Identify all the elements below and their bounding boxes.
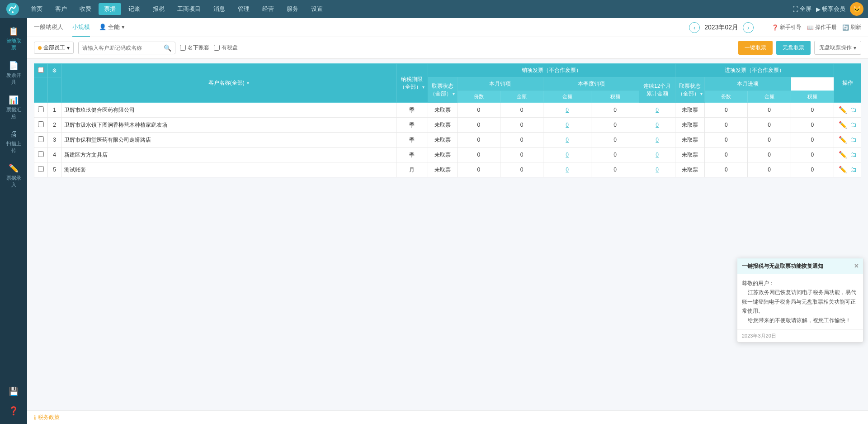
- row-purchase-status: 未取票: [675, 162, 705, 177]
- taxdisk-checkbox[interactable]: [214, 45, 220, 51]
- row-num: 4: [48, 148, 61, 162]
- notif-close-btn[interactable]: ×: [854, 262, 859, 270]
- row-checkbox-cell[interactable]: [34, 162, 48, 177]
- scan-upload-icon: 🖨: [9, 129, 18, 139]
- row-actions: ✏️ 🗂: [834, 103, 861, 118]
- nav-items: 首页 客户 收费 票据 记账 报税 工商项目 消息 管理 经营 服务 设置: [25, 3, 793, 15]
- toolbar-right: 一键取票 无盘取票 无盘取票操作 ▾: [738, 41, 861, 55]
- row-view-icon[interactable]: 🗂: [850, 151, 857, 159]
- search-button[interactable]: 🔍: [160, 42, 175, 54]
- sidebar-help[interactable]: ❓: [2, 402, 25, 419]
- period-prev-btn[interactable]: ‹: [689, 22, 700, 33]
- table-row: 1 卫辉市玖玖健合医药有限公司 季 未取票 0 0 0 0 0 未取票 0 0 …: [34, 103, 861, 118]
- top-navigation: 首页 客户 收费 票据 记账 报税 工商项目 消息 管理 经营 服务 设置 ⛶ …: [0, 0, 868, 18]
- period-next-btn[interactable]: ›: [743, 22, 754, 33]
- nav-management[interactable]: 管理: [232, 3, 255, 15]
- row-view-icon[interactable]: 🗂: [850, 136, 857, 144]
- bottom-bar: ℹ 税务政策: [27, 410, 868, 424]
- row-edit-icon[interactable]: ✏️: [839, 136, 847, 144]
- row-edit-icon[interactable]: ✏️: [839, 106, 847, 114]
- col-sales-ticket-status: 取票状态（全部）▾: [428, 77, 457, 103]
- tab-general-taxpayer[interactable]: 一般纳税人: [34, 19, 63, 37]
- row-checkbox[interactable]: [38, 136, 44, 142]
- sidebar-item-issue-invoice[interactable]: 📄 发票开具: [2, 57, 25, 89]
- col-purchase-month: 本月进项: [705, 77, 791, 91]
- nav-service[interactable]: 服务: [281, 3, 304, 15]
- nav-messages[interactable]: 消息: [208, 3, 231, 15]
- row-checkbox-cell[interactable]: [34, 103, 48, 118]
- row-checkbox-cell[interactable]: [34, 148, 48, 162]
- row-checkbox[interactable]: [38, 151, 44, 157]
- nav-customer[interactable]: 客户: [50, 3, 72, 15]
- nodisk-ticket-btn[interactable]: 无盘取票: [776, 41, 811, 55]
- table-row: 4 新建区方方文具店 季 未取票 0 0 0 0 0 未取票 0 0 0 ✏️ …: [34, 148, 861, 162]
- row-checkbox-cell[interactable]: [34, 133, 48, 148]
- select-all-checkbox[interactable]: [38, 67, 44, 73]
- col-purchase-header: 进项发票（不合作废票）: [675, 64, 834, 77]
- vip-btn[interactable]: ▶ 畅享会员: [816, 5, 845, 13]
- row-view-icon[interactable]: 🗂: [850, 121, 857, 129]
- tab-all[interactable]: 👤 全能 ▾: [99, 19, 125, 37]
- settings-icon[interactable]: ⚙: [52, 67, 57, 74]
- row-checkbox[interactable]: [38, 106, 44, 112]
- row-edit-icon[interactable]: ✏️: [839, 121, 847, 129]
- sidebar-download[interactable]: 💾: [2, 383, 25, 400]
- table-wrapper: ⚙ 客户名称(全部) ▾ 纳税期限（全部）▾ 销项发票（不合作废票） 进项发票（…: [27, 59, 868, 410]
- nodisk-ops-btn[interactable]: 无盘取票操作 ▾: [814, 41, 861, 55]
- row-edit-icon[interactable]: ✏️: [839, 151, 847, 159]
- row-view-icon[interactable]: 🗂: [850, 166, 857, 174]
- check-has-taxdisk[interactable]: 有税盘: [214, 44, 238, 52]
- nav-home[interactable]: 首页: [25, 3, 48, 15]
- employee-select[interactable]: 全部员工 ▾: [34, 42, 74, 54]
- fullscreen-btn[interactable]: ⛶ 全屏: [793, 5, 811, 13]
- row-checkbox-cell[interactable]: [34, 118, 48, 133]
- tab-small-scale[interactable]: 小规模: [72, 19, 90, 37]
- row-purchase-month-amount: 0: [748, 133, 791, 148]
- check-own-accounts[interactable]: 名下账套: [180, 44, 209, 52]
- row-period: 季: [396, 148, 428, 162]
- nav-settings[interactable]: 设置: [306, 3, 328, 15]
- row-view-icon[interactable]: 🗂: [850, 106, 857, 114]
- row-sales-month-count: 0: [457, 162, 500, 177]
- col-purchase-month-tax: 税额: [791, 91, 834, 103]
- row-purchase-month-tax: 0: [791, 133, 834, 148]
- nav-operations[interactable]: 经营: [257, 3, 279, 15]
- row-sales-month-count: 0: [457, 148, 500, 162]
- invoice-summary-icon: 📊: [9, 95, 19, 105]
- manual-btn[interactable]: 📖 操作手册: [807, 24, 837, 31]
- nav-tax[interactable]: 报税: [147, 3, 170, 15]
- dot-icon: [38, 46, 42, 50]
- sidebar: 📋 智能取票 📄 发票开具 📊 票据汇总 🖨 扫描上传 ✏️ 票据录入 💾 ❓: [0, 18, 27, 424]
- row-actions: ✏️ 🗂: [834, 162, 861, 177]
- onekey-ticket-btn[interactable]: 一键取票: [738, 41, 773, 55]
- col-sales-header: 销项发票（不合作废票）: [428, 64, 675, 77]
- table-row: 5 测试账套 月 未取票 0 0 0 0 0 未取票 0 0 0 ✏️ 🗂: [34, 162, 861, 177]
- refresh-btn[interactable]: 🔄 刷新: [842, 24, 861, 31]
- nav-invoice[interactable]: 票据: [99, 3, 121, 15]
- row-purchase-month-count: 0: [705, 103, 748, 118]
- row-sales-month-amount: 0: [500, 103, 543, 118]
- row-actions: ✏️ 🗂: [834, 133, 861, 148]
- sub-tabs-actions: ❓ 新手引导 📖 操作手册 🔄 刷新: [772, 24, 861, 31]
- row-num: 1: [48, 103, 61, 118]
- row-purchase-month-amount: 0: [748, 118, 791, 133]
- tax-policy-link[interactable]: ℹ 税务政策: [34, 414, 60, 421]
- row-checkbox[interactable]: [38, 121, 44, 127]
- sidebar-item-scan-upload[interactable]: 🖨 扫描上传: [2, 126, 25, 157]
- row-sales-quarter-amount: 0: [543, 162, 591, 177]
- sidebar-item-invoice-summary[interactable]: 📊 票据汇总: [2, 91, 25, 124]
- row-checkbox[interactable]: [38, 166, 44, 172]
- nav-bookkeeping[interactable]: 记账: [123, 3, 146, 15]
- nav-commerce[interactable]: 工商项目: [172, 3, 206, 15]
- sidebar-item-smart-invoice[interactable]: 📋 智能取票: [2, 23, 25, 55]
- own-accounts-checkbox[interactable]: [180, 45, 186, 51]
- nav-billing[interactable]: 收费: [74, 3, 97, 15]
- row-edit-icon[interactable]: ✏️: [839, 166, 847, 174]
- avatar[interactable]: 🐱: [850, 2, 863, 16]
- new-guide-btn[interactable]: ❓ 新手引导: [772, 24, 802, 31]
- notif-text: 尊敬的用户： 江苏政务网已恢复访问电子税务局功能，易代账一键登陆电子税务局与无盘…: [742, 280, 856, 324]
- search-input[interactable]: [79, 43, 160, 53]
- sidebar-item-invoice-entry[interactable]: ✏️ 票据录入: [2, 160, 25, 192]
- row-purchase-month-amount: 0: [748, 162, 791, 177]
- row-customer-name: 新建区方方文具店: [61, 148, 396, 162]
